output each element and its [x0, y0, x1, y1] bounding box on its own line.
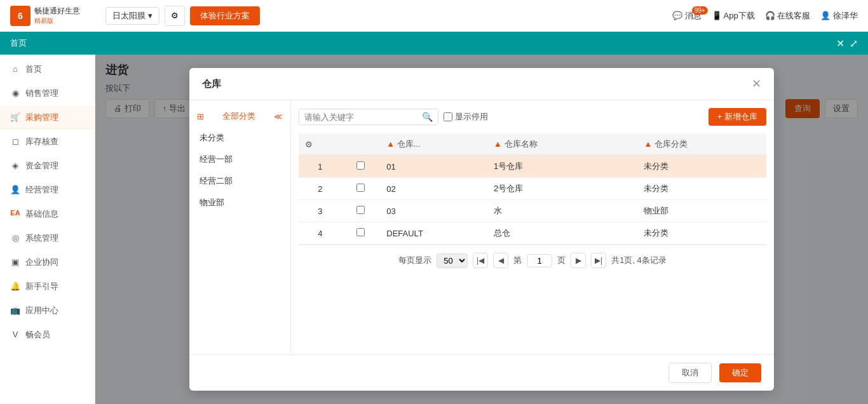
sort-icon-cat: ▲ — [644, 139, 652, 149]
sidebar-item-system[interactable]: ◎ 系统管理 — [0, 226, 95, 250]
modal-category-panel: ⊞ 全部分类 ≪ 未分类 经营一部 经营二部 物业部 — [189, 100, 291, 354]
table-row[interactable]: 1 01 1号仓库 未分类 — [299, 156, 766, 178]
modal-title: 仓库 — [202, 78, 221, 90]
sidebar: ⌂ 首页 ◉ 销售管理 🛒 采购管理 ◻ 库存核查 ◈ 资金管理 👤 经营管理 … — [0, 55, 95, 404]
main-content: 进货 按以下 🖨 打印 ↑ 导出 ↻ 刷新 查询 设置 — [95, 55, 868, 404]
sidebar-item-label: 基础信息 — [25, 208, 58, 220]
sidebar-item-label: 资金管理 — [25, 160, 58, 172]
table-header: ⚙ ▲ 仓库... ▲ 仓库名称 — [299, 133, 766, 156]
warehouse-modal: 仓库 ✕ ⊞ 全部分类 ≪ 未分类 经营一部 经营二部 — [189, 68, 774, 391]
pagination: 每页显示 50 |◀ ◀ 第 页 ▶ ▶| 共1页, 4条记录 — [299, 245, 766, 276]
category-item-operation1[interactable]: 经营一部 — [189, 149, 290, 170]
sidebar-item-sales[interactable]: ◉ 销售管理 — [0, 81, 95, 105]
category-item-unclassified[interactable]: 未分类 — [189, 127, 290, 149]
sidebar-item-guide[interactable]: 🔔 新手引导 — [0, 274, 95, 299]
prev-page-button[interactable]: ◀ — [493, 253, 508, 268]
category-item-property[interactable]: 物业部 — [189, 192, 290, 213]
table-row[interactable]: 4 DEFAULT 总仓 未分类 — [299, 222, 766, 245]
category-item-operation2[interactable]: 经营二部 — [189, 170, 290, 192]
sidebar-item-label: 应用中心 — [25, 305, 58, 316]
row-code: 02 — [380, 178, 487, 200]
row-checkbox[interactable] — [342, 156, 381, 178]
enterprise-icon: ▣ — [10, 257, 20, 267]
table-header-row: ⚙ ▲ 仓库... ▲ 仓库名称 — [299, 133, 766, 156]
row-category: 未分类 — [637, 178, 766, 200]
search-icon: 🔍 — [422, 112, 433, 122]
trial-button[interactable]: 体验行业方案 — [190, 6, 260, 25]
avatar: 👤 — [820, 11, 831, 20]
message-icon: 💬 — [672, 11, 682, 20]
th-name: ▲ 仓库名称 — [487, 133, 637, 156]
main-layout: ⌂ 首页 ◉ 销售管理 🛒 采购管理 ◻ 库存核查 ◈ 资金管理 👤 经营管理 … — [0, 55, 868, 404]
sidebar-item-finance[interactable]: ◈ 资金管理 — [0, 154, 95, 178]
sidebar-item-enterprise[interactable]: ▣ 企业协同 — [0, 250, 95, 274]
online-service[interactable]: 🎧 在线客服 — [765, 10, 811, 22]
sidebar-item-label: 库存核查 — [25, 136, 58, 147]
member-icon: V — [10, 330, 20, 340]
chevron-down-icon: ▾ — [148, 11, 153, 20]
row-category: 未分类 — [637, 156, 766, 178]
collapse-icon: ≪ — [274, 112, 283, 121]
sidebar-item-operation[interactable]: 👤 经营管理 — [0, 178, 95, 202]
sidebar-item-base[interactable]: EA 基础信息 — [0, 202, 95, 226]
search-input[interactable] — [304, 112, 422, 122]
table-row[interactable]: 2 02 2号仓库 未分类 — [299, 178, 766, 200]
sidebar-item-label: 新手引导 — [25, 281, 58, 292]
sidebar-item-label: 系统管理 — [25, 232, 58, 244]
page-label: 第 — [513, 255, 522, 266]
row-checkbox[interactable] — [342, 178, 381, 200]
page-number-input[interactable] — [527, 254, 552, 267]
th-settings: ⚙ — [299, 133, 342, 156]
logo-text: 畅捷通好生意 精易版 — [34, 6, 80, 25]
notice-area[interactable]: 💬 消息 99+ — [672, 10, 702, 22]
grid-icon: ⊞ — [197, 112, 204, 121]
last-page-button[interactable]: ▶| — [591, 253, 606, 268]
show-disabled-checkbox[interactable]: 显示停用 — [444, 111, 488, 123]
row-checkbox[interactable] — [342, 222, 381, 245]
close-button[interactable]: ✕ — [836, 37, 844, 50]
cancel-button[interactable]: 取消 — [668, 363, 712, 383]
sidebar-item-app[interactable]: 📺 应用中心 — [0, 299, 95, 323]
row-name: 1号仓库 — [487, 156, 637, 178]
settings-button[interactable]: ⚙ — [165, 6, 185, 26]
table-row[interactable]: 3 03 水 物业部 — [299, 200, 766, 222]
confirm-button[interactable]: 确定 — [719, 363, 761, 382]
logo-area: 6 畅捷通好生意 精易版 — [10, 6, 105, 26]
next-page-button[interactable]: ▶ — [571, 253, 586, 268]
sidebar-item-label: 企业协同 — [25, 257, 58, 268]
row-category: 未分类 — [637, 222, 766, 245]
expand-button[interactable]: ⤢ — [850, 37, 858, 50]
row-checkbox[interactable] — [342, 200, 381, 222]
disabled-checkbox[interactable] — [444, 112, 452, 121]
app-download[interactable]: 📱 App下载 — [712, 10, 755, 22]
modal-close-button[interactable]: ✕ — [752, 77, 761, 91]
search-box: 🔍 — [299, 109, 438, 125]
all-categories-label: 全部分类 — [222, 111, 255, 122]
all-categories-header[interactable]: ⊞ 全部分类 ≪ — [189, 105, 290, 127]
store-selector[interactable]: 日太阳膜 ▾ — [105, 7, 159, 25]
app-icon: 📺 — [10, 306, 20, 316]
add-warehouse-button[interactable]: + 新增仓库 — [709, 108, 766, 126]
sidebar-item-member[interactable]: V 畅会员 — [0, 323, 95, 347]
per-page-select[interactable]: 50 — [437, 253, 468, 268]
th-checkbox — [342, 133, 381, 156]
purchase-icon: 🛒 — [10, 112, 20, 123]
base-icon: EA — [10, 209, 20, 219]
sidebar-item-home[interactable]: ⌂ 首页 — [0, 57, 95, 81]
row-code: 03 — [380, 200, 487, 222]
sidebar-item-label: 销售管理 — [25, 88, 58, 99]
sort-icon-name: ▲ — [494, 139, 502, 149]
row-code: 01 — [380, 156, 487, 178]
sidebar-item-label: 首页 — [25, 64, 42, 75]
system-icon: ◎ — [10, 233, 20, 243]
sidebar-item-inventory[interactable]: ◻ 库存核查 — [0, 130, 95, 154]
th-code: ▲ 仓库... — [380, 133, 487, 156]
breadcrumb-home[interactable]: 首页 — [10, 37, 27, 49]
row-num: 1 — [299, 156, 342, 178]
user-area[interactable]: 👤 徐泽华 — [820, 10, 858, 22]
modal-footer: 取消 确定 — [189, 354, 774, 391]
sidebar-item-purchase[interactable]: 🛒 采购管理 — [0, 105, 95, 130]
row-name: 总仓 — [487, 222, 637, 245]
sidebar-item-label: 采购管理 — [25, 112, 58, 123]
first-page-button[interactable]: |◀ — [473, 253, 488, 268]
